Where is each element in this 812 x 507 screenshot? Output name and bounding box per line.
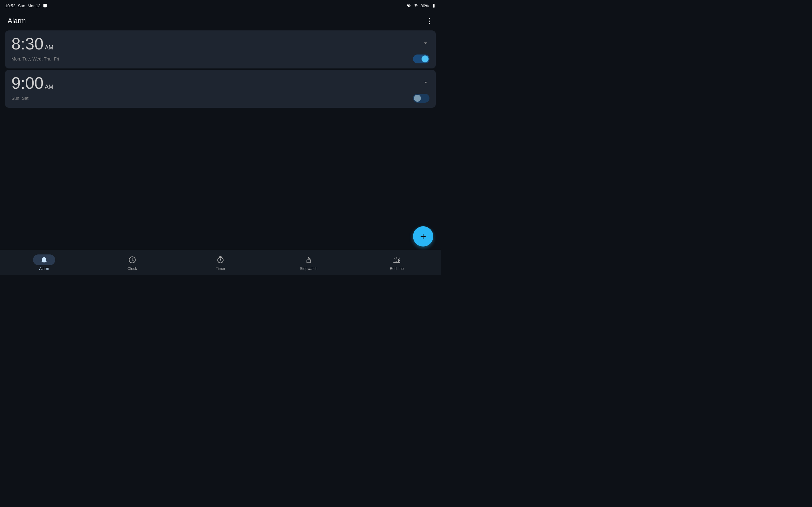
alarm-2-toggle[interactable] <box>413 94 429 103</box>
mute-icon <box>407 3 411 8</box>
alarm-1-footer: Mon, Tue, Wed, Thu, Fri <box>11 55 429 63</box>
alarm-1-expand-button[interactable] <box>422 39 429 49</box>
chevron-down-icon <box>422 39 429 47</box>
svg-rect-0 <box>393 262 400 263</box>
status-bar: 10:52 Sun, Mar 13 80% <box>0 0 441 11</box>
svg-rect-1 <box>397 257 397 258</box>
alarm-2-days: Sun, Sat <box>11 96 29 101</box>
plus-icon: + <box>420 231 426 241</box>
alarm-item-1[interactable]: 8:30 AM Mon, Tue, Wed, Thu, Fri <box>5 31 436 68</box>
svg-rect-3 <box>399 257 400 259</box>
time-display: 10:52 <box>5 3 15 8</box>
alarm-tab-label: Alarm <box>39 267 49 271</box>
alarm-1-header: 8:30 AM <box>11 36 429 52</box>
chevron-down-icon-2 <box>422 78 429 86</box>
status-bar-left: 10:52 Sun, Mar 13 <box>5 3 47 8</box>
bedtime-tab-label: Bedtime <box>390 267 404 271</box>
alarm-2-header: 9:00 AM <box>11 75 429 91</box>
alarm-1-ampm: AM <box>45 44 53 51</box>
alarm-1-toggle[interactable] <box>413 55 429 63</box>
alarm-list: 8:30 AM Mon, Tue, Wed, Thu, Fri 9:00 AM <box>0 31 441 108</box>
tab-stopwatch[interactable]: Stopwatch <box>264 252 353 274</box>
bedtime-tab-background <box>386 255 408 265</box>
add-alarm-button[interactable]: + <box>413 226 433 246</box>
alarm-1-time-container: 8:30 AM <box>11 36 53 52</box>
battery-level: 80% <box>420 3 429 8</box>
tab-bedtime[interactable]: Bedtime <box>353 252 441 274</box>
clock-tab-label: Clock <box>128 267 137 271</box>
bedtime-icon <box>393 256 401 264</box>
stopwatch-icon <box>305 256 313 264</box>
status-bar-right: 80% <box>407 3 436 8</box>
alarm-tab-background <box>33 255 55 265</box>
alarm-2-time-container: 9:00 AM <box>11 75 53 91</box>
timer-icon <box>216 256 224 264</box>
alarm-2-footer: Sun, Sat <box>11 94 429 103</box>
alarm-2-toggle-track <box>413 94 429 103</box>
stopwatch-tab-label: Stopwatch <box>300 267 317 271</box>
alarm-2-ampm: AM <box>45 83 53 90</box>
clock-icon <box>128 256 136 264</box>
more-options-button[interactable]: ⋮ <box>426 17 433 25</box>
stopwatch-tab-background <box>298 255 320 265</box>
bottom-navigation: Alarm Clock Timer Stopwatch <box>0 250 441 275</box>
page-title: Alarm <box>8 17 26 25</box>
page-header: Alarm ⋮ <box>0 11 441 31</box>
svg-rect-2 <box>394 257 395 259</box>
battery-icon <box>432 3 436 8</box>
photo-icon <box>43 3 47 8</box>
alarm-2-expand-button[interactable] <box>422 78 429 88</box>
alarm-1-toggle-thumb <box>421 55 428 62</box>
date-display: Sun, Mar 13 <box>18 3 41 8</box>
timer-tab-background <box>209 255 232 265</box>
tab-alarm[interactable]: Alarm <box>0 252 88 274</box>
alarm-1-toggle-track <box>413 55 429 63</box>
tab-timer[interactable]: Timer <box>176 252 264 274</box>
alarm-2-time: 9:00 <box>11 75 44 91</box>
wifi-icon <box>414 3 418 8</box>
clock-tab-background <box>121 255 143 265</box>
timer-tab-label: Timer <box>216 267 225 271</box>
alarm-icon <box>40 256 48 264</box>
alarm-2-toggle-thumb <box>414 95 421 102</box>
alarm-1-days: Mon, Tue, Wed, Thu, Fri <box>11 56 59 61</box>
three-dots-icon: ⋮ <box>426 17 433 25</box>
alarm-1-time: 8:30 <box>11 36 44 52</box>
alarm-item-2[interactable]: 9:00 AM Sun, Sat <box>5 70 436 108</box>
tab-clock[interactable]: Clock <box>88 252 176 274</box>
